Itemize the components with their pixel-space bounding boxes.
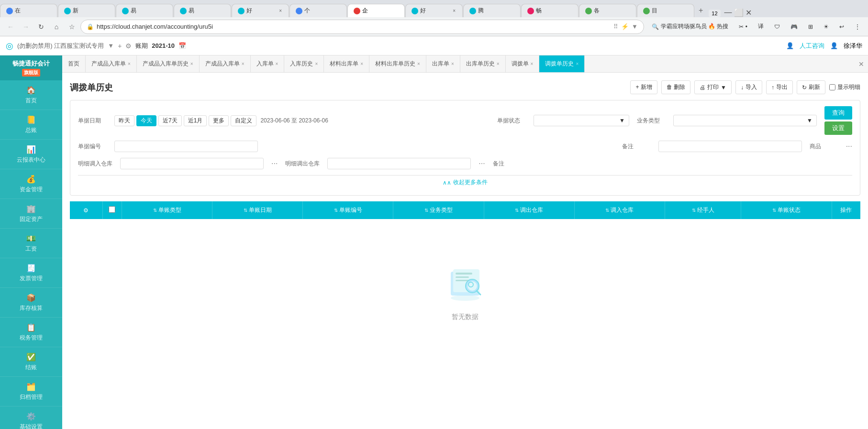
shield-button[interactable]: 🛡 xyxy=(770,22,784,32)
tab-close-mat-out-hist[interactable]: × xyxy=(417,61,420,66)
sidebar-item-assets[interactable]: 🏢 固定资产 xyxy=(0,199,62,229)
table-header-order-no[interactable]: ⇅ 单账编号 xyxy=(303,201,393,219)
maximize-icon[interactable]: ⬜ xyxy=(734,8,744,17)
browser-tab-1[interactable]: 在 xyxy=(0,4,57,17)
dropdown-arrow[interactable]: ▼ xyxy=(632,23,638,30)
tab-in-order[interactable]: 入库单 × xyxy=(251,55,285,73)
tab-close-out-order[interactable]: × xyxy=(451,61,454,66)
game-button[interactable]: 🎮 xyxy=(787,22,801,32)
undo-button[interactable]: ↩ xyxy=(835,22,848,32)
browser-tab-12[interactable]: 目 xyxy=(637,4,694,17)
brightness-button[interactable]: ☀ xyxy=(820,22,833,32)
tab-product-in2[interactable]: 产成品入库单 × xyxy=(200,55,251,73)
table-header-checkbox[interactable] xyxy=(102,201,122,219)
settings-gear-icon[interactable]: ⚙ xyxy=(125,42,132,50)
month-btn[interactable]: 近1月 xyxy=(184,115,207,126)
table-header-gear[interactable]: ⚙ xyxy=(70,201,102,219)
detail-out-input[interactable] xyxy=(327,158,471,169)
bookmark-button[interactable]: ☆ xyxy=(65,20,78,33)
week-btn[interactable]: 近7天 xyxy=(158,115,182,126)
biz-type-select[interactable]: ▼ xyxy=(673,115,817,126)
tab-out-hist[interactable]: 出库单历史 × xyxy=(460,55,506,73)
tab-close-product-in[interactable]: × xyxy=(128,61,131,66)
collapse-bar[interactable]: ∧∧ 收起更多条件 xyxy=(78,175,852,189)
sidebar-item-reports[interactable]: 📊 云报表中心 xyxy=(0,140,62,169)
refresh-button[interactable]: ↻ xyxy=(34,20,48,33)
back-button[interactable]: ← xyxy=(4,20,17,33)
table-header-out-warehouse[interactable]: ⇅ 调出仓库 xyxy=(484,201,574,219)
sidebar-item-ledger[interactable]: 📒 总账 xyxy=(0,110,62,140)
today-btn[interactable]: 今天 xyxy=(136,115,156,126)
sidebar-item-archive[interactable]: 🗂️ 归档管理 xyxy=(0,377,62,407)
browser-tab-4[interactable]: 易 xyxy=(174,4,231,17)
apps-button[interactable]: ⊞ xyxy=(804,22,817,32)
tab-transfer[interactable]: 调拨单 × xyxy=(506,55,540,73)
translate-icon[interactable]: 译 xyxy=(754,21,768,33)
search-bar[interactable]: 🔍 学霸应聘场驱鸟员 🔥 热搜 xyxy=(648,21,733,33)
browser-tab-3[interactable]: 易 xyxy=(116,4,173,17)
detail-in-more-icon[interactable]: ··· xyxy=(271,159,278,168)
tab-home[interactable]: 首页 xyxy=(62,55,86,73)
tab-close-product-in-hist[interactable]: × xyxy=(190,61,193,66)
goods-more-icon[interactable]: ··· xyxy=(846,142,852,151)
close-icon[interactable]: ✕ xyxy=(746,8,752,17)
order-no-input[interactable] xyxy=(114,141,258,152)
browser-tab-2[interactable]: 新 xyxy=(58,4,115,17)
browser-tab-11[interactable]: 各 xyxy=(579,4,636,17)
sidebar-item-tax[interactable]: 📋 税务管理 xyxy=(0,318,62,347)
import-button[interactable]: ↓ 导入 xyxy=(735,80,762,94)
browser-tab-6[interactable]: 个 xyxy=(289,4,347,17)
detail-out-more-icon[interactable]: ··· xyxy=(479,159,485,168)
browser-tab-8[interactable]: 好 × xyxy=(405,4,463,17)
table-header-order-date[interactable]: ⇅ 单账日期 xyxy=(212,201,303,219)
sidebar-item-wages[interactable]: 💵 工资 xyxy=(0,229,62,258)
tab-close-in-hist[interactable]: × xyxy=(315,61,318,66)
export-button[interactable]: ↑ 导出 xyxy=(766,80,793,94)
tab-close-transfer-hist[interactable]: × xyxy=(576,61,579,66)
tab-mat-out[interactable]: 材料出库单 × xyxy=(324,55,369,73)
show-detail-checkbox[interactable] xyxy=(829,84,835,90)
tab-close-transfer[interactable]: × xyxy=(531,61,534,66)
status-select[interactable]: ▼ xyxy=(534,115,629,126)
table-header-in-warehouse[interactable]: ⇅ 调入仓库 xyxy=(574,201,665,219)
tab-close-in-order[interactable]: × xyxy=(276,61,278,66)
custom-btn[interactable]: 自定义 xyxy=(231,115,256,126)
remark-input[interactable] xyxy=(658,141,802,152)
add-company-button[interactable]: + xyxy=(118,42,122,50)
tab-close-product-in2[interactable]: × xyxy=(242,61,245,66)
table-header-handler[interactable]: ⇅ 经手人 xyxy=(665,201,741,219)
menu-button[interactable]: ⋮ xyxy=(851,22,864,32)
minimize-icon[interactable]: — xyxy=(724,8,732,17)
tab-close-out-hist[interactable]: × xyxy=(497,61,500,66)
sidebar-item-close[interactable]: ✅ 结账 xyxy=(0,347,62,377)
tab-bar-close-button[interactable]: ✕ xyxy=(855,60,868,68)
sidebar-item-basic[interactable]: ⚙️ 基础设置 xyxy=(0,407,62,429)
print-button[interactable]: 🖨 打印 ▼ xyxy=(694,80,732,94)
sidebar-item-funds[interactable]: 💰 资金管理 xyxy=(0,169,62,199)
sidebar-item-inventory[interactable]: 📦 库存核算 xyxy=(0,288,62,318)
table-header-order-type[interactable]: ⇅ 单账类型 xyxy=(122,201,212,219)
delete-button[interactable]: 🗑 删除 xyxy=(661,80,690,94)
yesterday-btn[interactable]: 昨天 xyxy=(114,115,134,126)
new-button[interactable]: + 新增 xyxy=(630,80,657,94)
tab-out-order[interactable]: 出库单 × xyxy=(426,55,460,73)
tab-in-hist[interactable]: 入库历史 × xyxy=(284,55,324,73)
browser-tab-7[interactable]: 企 xyxy=(347,4,405,17)
tab-mat-out-hist[interactable]: 材料出库单历史 × xyxy=(369,55,426,73)
translate-button[interactable]: ✂ • xyxy=(735,22,751,32)
table-header-biz-type[interactable]: ⇅ 业务类型 xyxy=(393,201,484,219)
print-dropdown-icon[interactable]: ▼ xyxy=(721,84,726,91)
detail-in-input[interactable] xyxy=(120,158,264,169)
query-button[interactable]: 查询 xyxy=(824,106,852,120)
browser-tab-10[interactable]: 畅 xyxy=(521,4,579,17)
address-bar[interactable]: 🔒 https://cloud.chanjet.com/accounting/u… xyxy=(80,20,644,34)
consult-label[interactable]: 人工咨询 xyxy=(800,42,824,50)
calendar-icon[interactable]: 📅 xyxy=(178,42,186,49)
select-all-checkbox[interactable] xyxy=(109,206,115,213)
tab-product-in[interactable]: 产成品入库单 × xyxy=(86,55,137,73)
company-dropdown-icon[interactable]: ▼ xyxy=(108,42,114,49)
more-btn[interactable]: 更多 xyxy=(209,115,229,126)
tab-transfer-hist[interactable]: 调拨单历史 × xyxy=(539,55,585,73)
forward-button[interactable]: → xyxy=(19,20,33,33)
table-header-order-status[interactable]: ⇅ 单账状态 xyxy=(741,201,832,219)
